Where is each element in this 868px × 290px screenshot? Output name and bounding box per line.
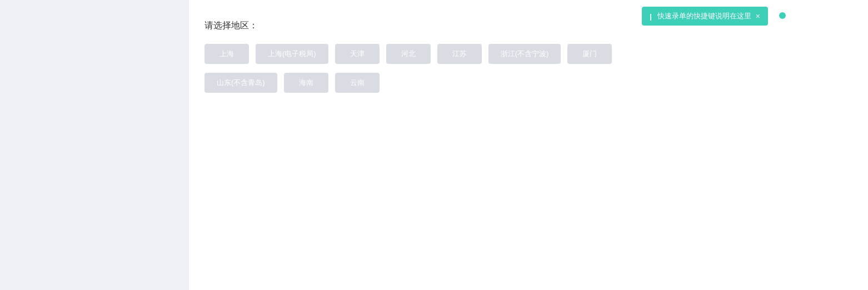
region-btn-shanghai[interactable]: 上海	[204, 44, 249, 64]
tooltip-text: 快速录单的快捷键说明在这里	[657, 11, 751, 21]
tooltip-dot	[779, 12, 786, 19]
region-row-1: 上海 上海(电子税局) 天津 河北 江苏 浙江(不含宁波) 厦门	[204, 44, 852, 64]
region-btn-xiamen[interactable]: 厦门	[567, 44, 612, 64]
region-btn-zhejiang[interactable]: 浙江(不含宁波)	[488, 44, 561, 64]
region-btn-hebei[interactable]: 河北	[386, 44, 431, 64]
region-btn-yunnan[interactable]: 云南	[335, 73, 380, 93]
region-btn-jiangsu[interactable]: 江苏	[437, 44, 482, 64]
region-btn-shandong[interactable]: 山东(不含青岛)	[204, 73, 277, 93]
sidebar	[0, 0, 189, 290]
region-btn-tianjin[interactable]: 天津	[335, 44, 380, 64]
region-btn-shanghai-etax[interactable]: 上海(电子税局)	[256, 44, 328, 64]
tooltip-badge: 快速录单的快捷键说明在这里 ×	[642, 7, 768, 26]
region-btn-hainan[interactable]: 海南	[284, 73, 328, 93]
region-row-2: 山东(不含青岛) 海南 云南	[204, 73, 852, 93]
main-content: 快速录单的快捷键说明在这里 × 请选择地区： 上海 上海(电子税局) 天津 河北…	[189, 0, 868, 290]
tooltip-close-button[interactable]: ×	[756, 12, 760, 20]
